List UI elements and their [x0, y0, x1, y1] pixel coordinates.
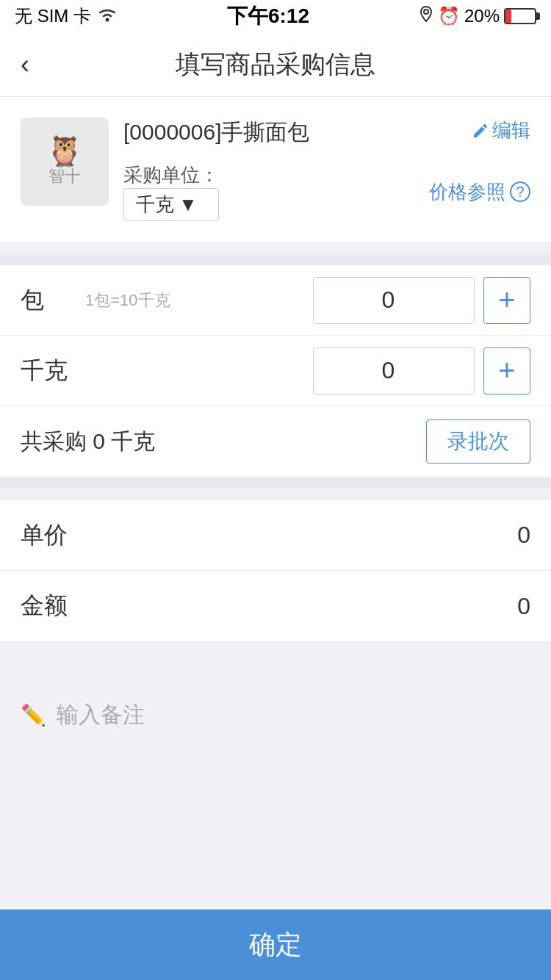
amount-label: 金额 [21, 590, 68, 622]
batch-button[interactable]: 录批次 [426, 419, 530, 464]
product-thumbnail: 🦉 智十 [21, 118, 109, 206]
kg-row: 千克 + [0, 336, 551, 406]
product-name: [0000006]手撕面包 [123, 118, 472, 148]
notes-section[interactable]: ✏️ 输入备注 [0, 641, 551, 788]
section-divider-2 [0, 477, 551, 489]
bag-row: 包 1包=10千克 + [0, 265, 551, 336]
price-section: 单价 0 金额 0 [0, 500, 551, 641]
bag-hint: 1包=10千克 [85, 289, 170, 311]
kg-label: 千克 [21, 355, 79, 387]
back-button[interactable]: ‹ [21, 49, 29, 80]
product-header: [0000006]手撕面包 编辑 [123, 118, 530, 148]
unit-price-row: 单价 0 [0, 500, 551, 571]
section-divider-1 [0, 253, 551, 265]
svg-point-0 [106, 18, 109, 22]
product-info: [0000006]手撕面包 编辑 采购单位： 千克 ▼ 价格 [123, 118, 530, 221]
battery-icon [504, 8, 536, 24]
battery-label: 20% [464, 6, 500, 26]
status-bar: 无 SIM 卡 下午6:12 ⏰ 20% [0, 0, 551, 32]
input-section: 包 1包=10千克 + 千克 + 共采购 0 千克 录批次 [0, 265, 551, 477]
summary-text-group: 共采购 0 千克 [21, 427, 155, 457]
dropdown-arrow: ▼ [179, 193, 198, 216]
status-left: 无 SIM 卡 [15, 4, 118, 28]
pencil-icon: ✏️ [21, 703, 46, 727]
price-ref-label: 价格参照 [429, 179, 505, 205]
kg-plus-button[interactable]: + [483, 347, 530, 394]
alarm-icon: ⏰ [438, 6, 460, 26]
unit-row-left: 采购单位： 千克 ▼ [123, 162, 219, 221]
brand-label: 智十 [48, 165, 81, 187]
location-icon [419, 5, 433, 27]
bag-quantity-input[interactable] [313, 277, 475, 324]
summary-label: 共采购 [21, 429, 93, 453]
edit-label: 编辑 [492, 118, 530, 143]
summary-row: 共采购 0 千克 录批次 [0, 406, 551, 477]
product-unit-row: 采购单位： 千克 ▼ 价格参照 ? [123, 162, 530, 221]
amount-value: 0 [517, 593, 530, 620]
product-card: 🦉 智十 [0000006]手撕面包 编辑 采购单位： 千克 ▼ [0, 97, 551, 242]
confirm-button[interactable]: 确定 [249, 927, 302, 963]
bag-plus-button[interactable]: + [483, 277, 530, 324]
brand-owl-icon: 🦉 [46, 136, 83, 165]
bag-controls: + [313, 277, 530, 324]
kg-quantity-input[interactable] [313, 347, 475, 394]
summary-unit: 千克 [111, 429, 155, 453]
status-time: 下午6:12 [227, 2, 309, 30]
svg-point-1 [424, 10, 428, 14]
info-icon: ? [510, 181, 530, 202]
kg-controls: + [313, 347, 530, 394]
carrier-label: 无 SIM 卡 [15, 4, 91, 28]
unit-select[interactable]: 千克 ▼ [123, 188, 219, 221]
main-content: 🦉 智十 [0000006]手撕面包 编辑 采购单位： 千克 ▼ [0, 97, 551, 859]
summary-amount: 0 [93, 429, 111, 453]
unit-value: 千克 [136, 192, 174, 217]
confirm-section[interactable]: 确定 [0, 909, 551, 980]
notes-placeholder: 输入备注 [57, 700, 145, 730]
amount-row: 金额 0 [0, 571, 551, 641]
unit-label: 采购单位： [123, 164, 219, 186]
wifi-icon [97, 6, 118, 26]
nav-bar: ‹ 填写商品采购信息 [0, 32, 551, 97]
unit-price-value: 0 [517, 522, 530, 549]
page-title: 填写商品采购信息 [176, 48, 375, 82]
price-ref-button[interactable]: 价格参照 ? [429, 179, 530, 205]
status-right: ⏰ 20% [419, 5, 536, 27]
unit-price-label: 单价 [21, 519, 68, 552]
bag-label: 包 [21, 284, 79, 317]
edit-button[interactable]: 编辑 [472, 118, 530, 143]
